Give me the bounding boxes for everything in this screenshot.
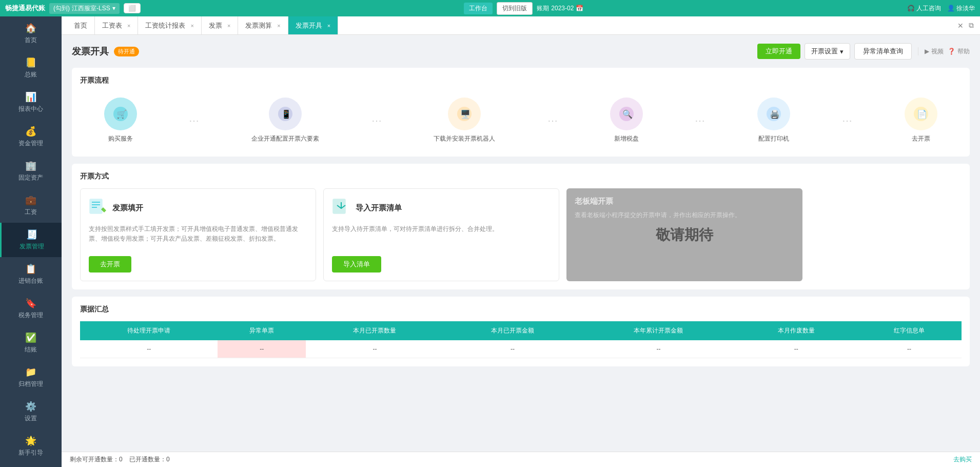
sidebar-item-home[interactable]: 🏠 首页	[0, 16, 62, 51]
settings-button[interactable]: 开票设置 ▾	[805, 43, 850, 60]
page-title-row: 发票开具 待开通	[72, 45, 139, 57]
sidebar-item-newbie[interactable]: 🌟 新手引导	[0, 429, 62, 463]
sidebar-item-label: 新手引导	[18, 449, 43, 457]
main-layout: 🏠 首页 📒 总账 📊 报表中心 💰 资金管理 🏢 固定资产 💼 工资 🧾 发票…	[0, 16, 980, 467]
flow-step-enterprise-setup[interactable]: 📱 企业开通配置开票六要素	[251, 98, 319, 143]
tab-close-icon[interactable]: ×	[227, 23, 230, 29]
sidebar-item-finance[interactable]: 💰 资金管理	[0, 120, 62, 154]
new-tax-disk-icon: 🔍	[610, 98, 643, 130]
flow-step-label: 配置打印机	[758, 134, 789, 143]
settings-icon: ⚙️	[25, 401, 36, 412]
page-header-actions: 立即开通 开票设置 ▾ 异常清单查询 ▶ 视频 ❓ 帮助	[757, 43, 970, 60]
sidebar-item-salary[interactable]: 💼 工资	[0, 188, 62, 223]
sidebar-item-settings[interactable]: ⚙️ 设置	[0, 395, 62, 429]
customer-service[interactable]: 🎧 人工咨询	[907, 4, 941, 13]
flow-section: 开票流程 🛒 购买服务 ⋯	[72, 68, 970, 157]
company-selector[interactable]: (勾到) 江西服室-LSS ▾	[49, 3, 120, 14]
tab-close-icon[interactable]: ×	[327, 23, 330, 29]
tab-label: 工资统计报表	[145, 21, 185, 30]
sidebar-item-assets[interactable]: 🏢 固定资产	[0, 154, 62, 188]
page-title: 发票开具	[72, 45, 109, 57]
sidebar-item-label: 首页	[25, 36, 37, 45]
flow-step-buy-service[interactable]: 🛒 购买服务	[104, 98, 137, 143]
finance-icon: 💰	[25, 126, 36, 137]
col-void-count: 本月作废数量	[736, 321, 857, 340]
view-button[interactable]: ▶ 视频	[925, 47, 944, 56]
abnormal-query-button[interactable]: 异常清单查询	[854, 43, 912, 60]
sidebar-item-member[interactable]: 👑 畅会员	[0, 463, 62, 467]
import-invoice-icon	[332, 197, 350, 219]
period-selector[interactable]: 账期 2023-02 📅	[537, 4, 583, 13]
sidebar-item-invoice[interactable]: 🧾 发票管理	[0, 223, 62, 257]
home-icon: 🏠	[25, 23, 36, 34]
buy-link[interactable]: 去购买	[953, 455, 972, 464]
tab-invoice[interactable]: 发票 ×	[202, 16, 238, 34]
sidebar-item-label: 发票管理	[19, 242, 44, 251]
flow-step-config-printer[interactable]: 🖨️ 配置打印机	[757, 98, 790, 143]
old-version-button[interactable]: 切到旧版	[497, 2, 533, 15]
flow-step-label: 购买服务	[108, 134, 133, 143]
sidebar-item-label: 总账	[25, 70, 37, 79]
top-bar-mid: 工作台 切到旧版 账期 2023-02 📅	[464, 2, 583, 15]
tab-close-all-button[interactable]: ✕	[956, 21, 965, 31]
coming-soon-overlay: 敬请期待	[566, 188, 802, 281]
sidebar-item-tax[interactable]: 🔖 税务管理	[0, 291, 62, 326]
method-section: 开票方式	[72, 164, 970, 289]
open-now-button[interactable]: 立即开通	[757, 44, 800, 59]
newbie-icon: 🌟	[25, 435, 36, 446]
bottom-bar-info: 剩余可开通数量：0 已开通数量：0	[70, 455, 170, 464]
flow-step-new-tax-disk[interactable]: 🔍 新增税盘	[610, 98, 643, 143]
tab-label: 工资表	[102, 21, 122, 30]
company-prefix: (勾到)	[53, 4, 70, 13]
tab-label: 发票测算	[245, 21, 272, 30]
tab-close-icon[interactable]: ×	[277, 23, 280, 29]
tab-close-icon[interactable]: ×	[190, 23, 193, 29]
col-abnormal: 异常单票	[218, 321, 306, 340]
col-month-amount: 本月已开票金额	[444, 321, 581, 340]
sidebar-item-purchase-sale[interactable]: 📋 进销台账	[0, 257, 62, 291]
tab-salary-table[interactable]: 工资表 ×	[95, 16, 138, 34]
fill-invoice-button[interactable]: 去开票	[89, 256, 131, 273]
calendar-icon: 📅	[576, 5, 583, 12]
sidebar-item-label: 工资	[25, 208, 37, 217]
chevron-down-icon: ▾	[112, 5, 115, 12]
help-button[interactable]: ❓ 帮助	[948, 47, 970, 56]
tab-bar: 首页 工资表 × 工资统计报表 × 发票 × 发票测算 × 发票开具 ×	[62, 16, 980, 35]
copy-button[interactable]: ⬜	[124, 3, 141, 13]
sidebar-item-ledger[interactable]: 📒 总账	[0, 51, 62, 85]
method-card-import-header: 导入开票清单	[332, 197, 551, 219]
sidebar-item-archive[interactable]: 📁 归档管理	[0, 360, 62, 395]
top-bar-right: 🎧 人工咨询 👤 徐淡华	[907, 4, 975, 13]
download-robot-icon: 🖥️	[448, 98, 481, 130]
invoice-icon: 🧾	[26, 229, 37, 240]
flow-section-title: 开票流程	[80, 76, 962, 85]
tab-restore-button[interactable]: ⧉	[968, 20, 975, 31]
tab-invoice-tool[interactable]: 发票开具 ×	[288, 16, 338, 34]
sidebar-item-label: 报表中心	[18, 105, 43, 113]
method-card-fill-desc: 支持按照发票样式手工填开发票；可开具增值税电子普通发票、增值税普通发票、增值税专…	[89, 224, 307, 249]
tab-label: 首页	[74, 21, 87, 30]
tab-bar-actions: ✕ ⧉	[956, 20, 975, 31]
flow-step-open-ticket[interactable]: 📄 去开票	[905, 98, 937, 143]
user-profile[interactable]: 👤 徐淡华	[947, 4, 975, 13]
svg-text:📄: 📄	[917, 109, 927, 119]
import-invoice-button[interactable]: 导入清单	[332, 256, 381, 273]
tab-invoice-calc[interactable]: 发票测算 ×	[238, 16, 288, 34]
svg-text:📱: 📱	[281, 109, 291, 119]
tab-home[interactable]: 首页	[67, 16, 95, 34]
bottom-bar: 剩余可开通数量：0 已开通数量：0 去购买	[62, 452, 980, 467]
sidebar-item-settlement[interactable]: ✅ 结账	[0, 326, 62, 360]
purchase-sale-icon: 📋	[25, 263, 36, 275]
sidebar-item-label: 进销台账	[18, 277, 43, 285]
sidebar-item-label: 归档管理	[18, 380, 43, 388]
flow-step-download-robot[interactable]: 🖥️ 下载并安装开票机器人	[434, 98, 495, 143]
sidebar: 🏠 首页 📒 总账 📊 报表中心 💰 资金管理 🏢 固定资产 💼 工资 🧾 发票…	[0, 16, 62, 467]
tab-salary-stats[interactable]: 工资统计报表 ×	[138, 16, 201, 34]
flow-arrow-5: ⋯	[838, 114, 856, 127]
svg-text:🖨️: 🖨️	[770, 109, 780, 119]
top-bar-left: 畅捷通易代账 (勾到) 江西服室-LSS ▾ ⬜	[5, 3, 141, 14]
sidebar-item-reports[interactable]: 📊 报表中心	[0, 85, 62, 120]
cell-void-count: --	[736, 340, 857, 358]
workspace-button[interactable]: 工作台	[464, 3, 493, 14]
tab-close-icon[interactable]: ×	[127, 23, 130, 29]
